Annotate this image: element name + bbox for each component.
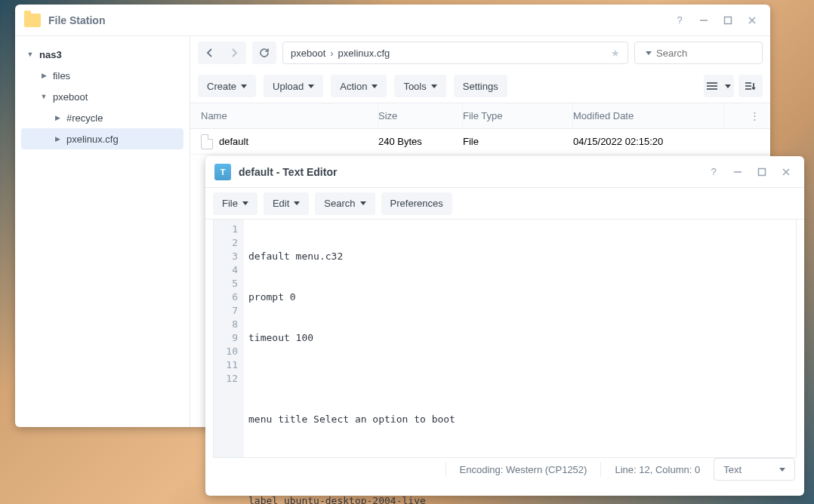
help-button[interactable]: ? (671, 11, 689, 29)
file-size: 240 Bytes (378, 136, 463, 147)
col-header-date[interactable]: Modified Date (573, 103, 724, 128)
tree-folder-pxelinux-cfg[interactable]: ▶ pxelinux.cfg (21, 128, 183, 149)
chevron-down-icon (242, 201, 248, 205)
button-label: Action (340, 81, 367, 92)
chevron-down-icon (294, 201, 300, 205)
chevron-down-icon (372, 85, 378, 88)
code-line (248, 372, 791, 386)
tools-button[interactable]: Tools (394, 75, 446, 97)
column-menu-icon[interactable]: ⋮ (750, 110, 760, 121)
button-label: Tools (403, 81, 426, 92)
file-tree: ▼ nas3 ▶ files ▼ pxeboot ▶ #recycle ▶ px… (15, 36, 190, 427)
close-button[interactable] (777, 163, 795, 181)
sort-button[interactable] (738, 75, 763, 97)
chevron-down-icon (241, 85, 247, 88)
file-name: default (219, 136, 248, 147)
file-table: Name Size File Type Modified Date ⋮ defa… (190, 103, 770, 155)
breadcrumb: pxeboot › pxelinux.cfg ★ (282, 41, 628, 64)
chevron-down-icon (431, 85, 437, 88)
chevron-right-icon: › (330, 48, 333, 59)
code-line: default menu.c32 (248, 250, 791, 263)
breadcrumb-crumb[interactable]: pxeboot (291, 48, 325, 59)
search-field[interactable] (656, 48, 783, 59)
code-area[interactable]: default menu.c32 prompt 0 timeout 100 me… (244, 220, 796, 457)
file-station-title: File Station (48, 14, 664, 26)
tree-folder-files[interactable]: ▶ files (21, 65, 183, 86)
refresh-button[interactable] (252, 41, 276, 64)
tree-label: pxeboot (53, 91, 88, 103)
search-input[interactable] (634, 41, 763, 64)
preferences-button[interactable]: Preferences (381, 192, 452, 215)
line-number: 2 (214, 236, 238, 250)
star-icon[interactable]: ★ (611, 48, 620, 59)
tree-folder-recycle[interactable]: ▶ #recycle (21, 107, 183, 128)
chevron-right-icon: ▶ (53, 134, 62, 143)
create-button[interactable]: Create (198, 75, 256, 97)
edit-menu[interactable]: Edit (264, 192, 309, 215)
text-editor-window: T default - Text Editor ? File Edit Sear… (205, 156, 804, 496)
file-type: File (463, 136, 573, 147)
line-number: 3 (214, 250, 238, 263)
table-header: Name Size File Type Modified Date ⋮ (190, 103, 770, 129)
tree-label: #recycle (66, 112, 103, 124)
button-label: Preferences (390, 198, 443, 209)
line-number: 7 (214, 304, 238, 318)
file-icon (201, 134, 213, 149)
maximize-button[interactable] (719, 11, 737, 29)
code-line: prompt 0 (248, 290, 791, 304)
tree-label: pxelinux.cfg (66, 134, 119, 145)
tree-label: files (53, 70, 70, 81)
chevron-down-icon (725, 85, 731, 88)
line-number: 8 (214, 318, 238, 331)
view-list-button[interactable] (704, 75, 734, 97)
minimize-button[interactable] (729, 163, 747, 181)
chevron-down-icon (308, 85, 314, 88)
code-line: label ubuntu-desktop-2004-live (248, 494, 791, 504)
col-header-type[interactable]: File Type (463, 103, 573, 128)
maximize-button[interactable] (753, 163, 771, 181)
file-menu[interactable]: File (213, 192, 257, 215)
upload-button[interactable]: Upload (264, 75, 323, 97)
nav-back-button[interactable] (198, 41, 222, 64)
col-header-size[interactable]: Size (378, 103, 463, 128)
help-button[interactable]: ? (705, 163, 723, 181)
svg-rect-1 (725, 17, 732, 23)
file-date: 04/15/2022 02:15:20 (573, 136, 724, 147)
search-menu[interactable]: Search (315, 192, 375, 215)
table-row[interactable]: default 240 Bytes File 04/15/2022 02:15:… (190, 129, 770, 155)
line-number: 5 (214, 277, 238, 290)
line-number: 11 (214, 358, 238, 372)
close-button[interactable] (743, 11, 761, 29)
chevron-down-icon: ▼ (39, 92, 48, 101)
col-header-name[interactable]: Name (201, 103, 378, 128)
code-line: timeout 100 (248, 331, 791, 345)
file-actionbar: Create Upload Action Tools Settings (190, 69, 770, 103)
line-gutter: 1 2 3 4 5 6 7 8 9 10 11 12 (214, 220, 244, 457)
minimize-button[interactable] (695, 11, 713, 29)
tree-root-nas3[interactable]: ▼ nas3 (21, 44, 183, 65)
text-editor-title: default - Text Editor (239, 166, 698, 178)
svg-rect-13 (759, 168, 766, 175)
editor-toolbar: File Edit Search Preferences (205, 188, 804, 220)
chevron-down-icon: ▼ (26, 50, 35, 59)
settings-button[interactable]: Settings (454, 75, 507, 97)
nav-forward-button[interactable] (222, 41, 246, 64)
line-number: 10 (214, 345, 238, 358)
code-line: menu title Select an option to boot (248, 413, 791, 426)
button-label: Settings (463, 81, 498, 92)
tree-label: nas3 (39, 49, 62, 60)
text-editor-titlebar: T default - Text Editor ? (205, 156, 804, 188)
button-label: Upload (273, 81, 304, 92)
tree-folder-pxeboot[interactable]: ▼ pxeboot (21, 86, 183, 107)
menu-label: File (222, 198, 238, 209)
chevron-down-icon (646, 51, 652, 55)
line-number: 6 (214, 290, 238, 304)
file-station-titlebar: File Station ? (15, 5, 770, 36)
button-label: Create (207, 81, 236, 92)
line-number: 1 (214, 223, 238, 236)
line-number: 4 (214, 263, 238, 277)
line-number: 12 (214, 372, 238, 386)
breadcrumb-crumb[interactable]: pxelinux.cfg (338, 48, 390, 59)
file-toolbar: pxeboot › pxelinux.cfg ★ (190, 36, 770, 69)
action-button[interactable]: Action (331, 75, 387, 97)
